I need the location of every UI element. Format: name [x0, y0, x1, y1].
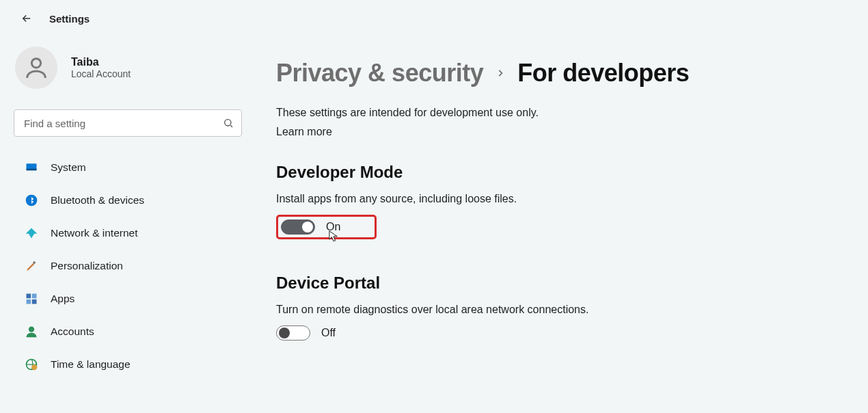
learn-more-link[interactable]: Learn more — [276, 126, 332, 138]
sidebar-item-label: System — [51, 161, 86, 174]
intro-text: These settings are intended for developm… — [276, 107, 841, 119]
svg-rect-7 — [32, 294, 37, 299]
sidebar-item-bluetooth[interactable]: Bluetooth & devices — [14, 185, 242, 216]
apps-icon — [25, 292, 38, 306]
sidebar-item-network[interactable]: Network & internet — [14, 217, 242, 249]
sidebar-item-accounts[interactable]: Accounts — [14, 316, 242, 347]
profile-name: Taiba — [71, 56, 131, 68]
profile-account-type: Local Account — [71, 68, 131, 79]
svg-rect-9 — [32, 299, 37, 304]
sidebar-item-system[interactable]: System — [14, 152, 242, 183]
developer-mode-desc: Install apps from any source, including … — [276, 193, 841, 205]
developer-mode-toggle[interactable] — [281, 219, 315, 235]
app-title: Settings — [49, 13, 90, 25]
person-icon — [25, 325, 38, 338]
device-portal-toggle-label: Off — [321, 327, 336, 339]
paintbrush-icon — [25, 259, 38, 273]
device-portal-desc: Turn on remote diagnostics over local ar… — [276, 304, 841, 316]
sidebar-item-label: Time & language — [51, 358, 131, 371]
search-input[interactable] — [14, 109, 242, 137]
device-portal-title: Device Portal — [276, 274, 841, 293]
search-icon — [223, 118, 234, 129]
breadcrumb-current: For developers — [517, 59, 689, 88]
svg-point-12 — [31, 364, 37, 370]
sidebar-item-label: Bluetooth & devices — [51, 194, 144, 206]
svg-point-10 — [29, 327, 34, 332]
globe-clock-icon — [25, 358, 38, 371]
wifi-icon — [25, 226, 38, 240]
sidebar-item-label: Network & internet — [51, 227, 138, 239]
profile-block[interactable]: Taiba Local Account — [14, 41, 242, 105]
device-portal-toggle[interactable] — [276, 325, 310, 341]
svg-rect-3 — [27, 169, 37, 171]
chevron-right-icon — [496, 68, 505, 78]
developer-mode-highlight: On — [276, 215, 377, 239]
developer-mode-toggle-label: On — [326, 221, 340, 233]
monitor-icon — [25, 161, 38, 174]
svg-rect-6 — [27, 294, 31, 299]
avatar — [15, 46, 57, 89]
back-icon[interactable] — [21, 12, 33, 25]
sidebar-item-time-language[interactable]: Time & language — [14, 349, 242, 380]
sidebar-item-apps[interactable]: Apps — [14, 283, 242, 315]
bluetooth-icon — [25, 194, 38, 207]
developer-mode-title: Developer Mode — [276, 163, 841, 182]
breadcrumb-parent[interactable]: Privacy & security — [276, 59, 483, 88]
sidebar-item-label: Apps — [51, 293, 74, 305]
svg-point-0 — [31, 59, 40, 68]
sidebar-item-label: Accounts — [51, 325, 94, 338]
breadcrumb: Privacy & security For developers — [276, 59, 841, 88]
sidebar-item-label: Personalization — [51, 260, 123, 272]
svg-rect-8 — [27, 299, 31, 304]
svg-point-1 — [225, 120, 231, 126]
sidebar-item-personalization[interactable]: Personalization — [14, 250, 242, 282]
